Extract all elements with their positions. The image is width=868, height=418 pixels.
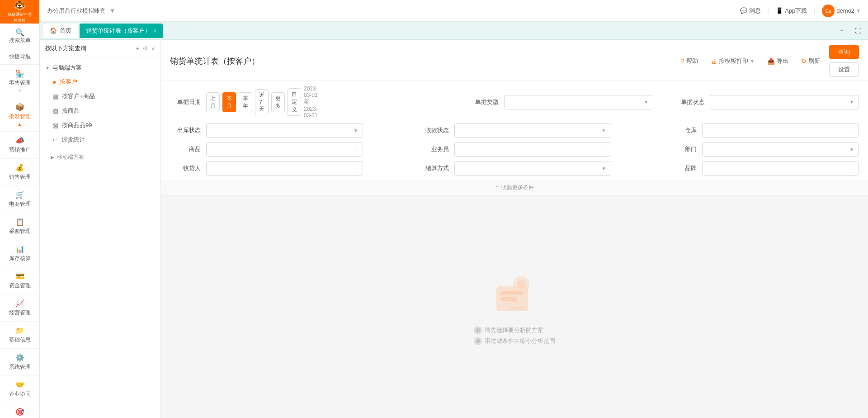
collapse-button[interactable]: ⌃ 收起更多条件 (495, 184, 534, 191)
header-dropdown-icon[interactable]: ▼ (109, 7, 115, 14)
dept-chevron-icon: ▼ (849, 147, 854, 152)
page-content: 按以下方案查询 + ⊙ « ▼ 电脑端方案 ● 按客户 ▦ 按客 (40, 40, 868, 418)
brand-dots: ··· (849, 165, 854, 172)
status-label: 单据状态 (674, 98, 704, 106)
warehouse-select[interactable]: ··· (702, 123, 859, 138)
sidebar-item-system[interactable]: ⚙️ 系统管理 (0, 349, 39, 376)
user-menu[interactable]: Ea demo2 ▼ (822, 5, 861, 17)
date-btn-custom[interactable]: 自定义 (288, 88, 301, 116)
brand-select[interactable]: ··· (702, 161, 859, 176)
tab-bar: 🏠 首页 销货单统计表（按客户） × － ⛶ (40, 22, 868, 40)
status-chevron-icon: ▼ (849, 100, 854, 104)
sidebar-item-sales[interactable]: 💰 销售管理 (0, 159, 39, 186)
hint-text-1: 请先选择要分析的方案 (485, 326, 543, 334)
out-status-label: 出库状态 (170, 126, 201, 134)
out-status-select[interactable]: ▼ (206, 123, 363, 138)
message-button[interactable]: 💬 消息 (740, 7, 761, 15)
main-area: 办公用品行业模拟账套 ▼ 💬 消息 📱 App下载 Ea demo2 ▼ (40, 0, 868, 418)
app-download-button[interactable]: 📱 App下载 (776, 7, 807, 15)
sidebar-item-inventory[interactable]: 📊 库存核算 (0, 240, 39, 267)
receiver-label: 收货人 (170, 164, 201, 172)
scheme-item-customer[interactable]: ● 按客户 (40, 75, 160, 89)
chevron-down-icon: ▼ (18, 88, 22, 93)
scheme-group-desktop: ▼ 电脑端方案 ● 按客户 ▦ 按客户+商品 ▩ 按商品 ▩ 按商品品99 (40, 57, 160, 151)
type-select[interactable]: ▼ (504, 95, 653, 109)
edit-scheme-button[interactable]: ⊙ (143, 45, 148, 52)
collapse-arrow-icon: ⌃ (495, 185, 500, 191)
date-btn-7days[interactable]: 近7天 (255, 89, 269, 115)
sidebar-item-finance[interactable]: 💳 资金管理 (0, 267, 39, 294)
tab-active-label: 销货单统计表（按客户） (86, 27, 151, 35)
scheme-item-return[interactable]: ↩ 退货统计 (40, 133, 160, 147)
scheme-item-goods99[interactable]: ▩ 按商品品99 (40, 118, 160, 133)
ecommerce-icon: 🛒 (15, 190, 24, 199)
tab-minimize-button[interactable]: － (835, 24, 848, 37)
warehouse-dots: ··· (849, 127, 854, 134)
settings-button[interactable]: 设置 (829, 62, 859, 77)
refresh-button[interactable]: ↻ 刷新 (797, 55, 824, 67)
help-button[interactable]: ? 帮助 (677, 55, 702, 67)
date-btn-more[interactable]: 更多 (271, 92, 285, 112)
sidebar-item-purchase[interactable]: 📋 采购管理 (0, 213, 39, 240)
date-filter: 上月 本月 本年 近7天 更多 自定义 2023-03-01 至 2023-03… (206, 86, 318, 119)
sidebar-label-marketing: 营销推广 (9, 146, 31, 154)
sidebar-label-inventory: 库存核算 (9, 255, 31, 262)
sidebar-item-newbie[interactable]: 🎯 新手引导 (0, 403, 39, 418)
tab-active[interactable]: 销货单统计表（按客户） × (80, 24, 163, 38)
goods-dots: ··· (353, 146, 358, 153)
hint-num-2: ② (474, 337, 482, 345)
sidebar-item-basic[interactable]: 📁 基础信息 (0, 322, 39, 349)
tab-expand-button[interactable]: ⛶ (852, 24, 864, 37)
goods-select[interactable]: ··· (206, 142, 363, 157)
tab-home[interactable]: 🏠 首页 (43, 24, 78, 38)
print-button[interactable]: 🖨 按模板打印 ▼ (707, 55, 758, 67)
scheme-item-goods[interactable]: ▩ 按商品 (40, 104, 160, 118)
query-button[interactable]: 查询 (829, 45, 859, 59)
sidebar-item-ecommerce[interactable]: 🛒 电商管理 (0, 186, 39, 213)
sidebar-search[interactable]: 🔍 搜索菜单 (0, 24, 39, 49)
scheme-group-desktop-header[interactable]: ▼ 电脑端方案 (40, 61, 160, 75)
empty-hint-1: ① 请先选择要分析的方案 (474, 326, 555, 334)
print-label: 按模板打印 (719, 57, 748, 65)
scheme-item-customer-goods[interactable]: ▦ 按客户+商品 (40, 89, 160, 104)
operation-icon: 📈 (15, 299, 24, 308)
sidebar-item-enterprise[interactable]: 🤝 企业协同 (0, 376, 39, 403)
sidebar-item-wholesale[interactable]: 📦 批发管理 ▲ (0, 98, 39, 132)
status-select[interactable]: ▼ (710, 95, 859, 109)
scheme-group-mobile-header[interactable]: ▶ 移动端方案 (40, 151, 160, 164)
scheme-label-goods99: 按商品品99 (62, 121, 92, 129)
pay-status-chevron-icon: ▼ (602, 128, 606, 133)
date-btn-this-month[interactable]: 本月 (222, 92, 236, 112)
refresh-icon: ↻ (801, 57, 807, 65)
receiver-select[interactable]: ··· (206, 161, 363, 176)
staff-label: 业务员 (418, 145, 449, 153)
collapse-panel-button[interactable]: « (151, 45, 155, 52)
sidebar-item-marketing[interactable]: 📣 营销推广 (0, 132, 39, 159)
dept-select[interactable]: ▼ (702, 142, 859, 157)
date-btn-last-month[interactable]: 上月 (206, 92, 220, 112)
filter-row-1: 单据日期 上月 本月 本年 近7天 更多 自定义 2023-03-01 至 20… (170, 86, 859, 119)
pay-status-select[interactable]: ▼ (454, 123, 611, 138)
empty-hints: ① 请先选择要分析的方案 ② 用过滤条件来缩小分析范围 (474, 326, 555, 345)
warehouse-label: 仓库 (666, 126, 697, 134)
quick-nav[interactable]: 快捷导航 (0, 49, 39, 65)
sidebar: 🐯 畅捷通好生意 标准版 🔍 搜索菜单 快捷导航 🏪 零售管理 ▼ 📦 批发管理… (0, 0, 40, 418)
sidebar-item-retail[interactable]: 🏪 零售管理 ▼ (0, 65, 39, 98)
right-panel: 销货单统计表（按客户） ? 帮助 🖨 按模板打印 ▼ 📤 导出 (161, 40, 868, 418)
goods-label: 商品 (170, 145, 201, 153)
app-logo[interactable]: 🐯 畅捷通好生意 标准版 (0, 0, 40, 24)
empty-state: ① 请先选择要分析的方案 ② 用过滤条件来缩小分析范围 (161, 195, 868, 418)
export-button[interactable]: 📤 导出 (764, 55, 792, 67)
date-btn-this-year[interactable]: 本年 (239, 92, 252, 112)
staff-select[interactable]: ··· (454, 142, 611, 157)
tab-close-button[interactable]: × (153, 28, 156, 34)
group-arrow-icon: ▼ (45, 66, 50, 71)
sidebar-item-operation[interactable]: 📈 经营管理 (0, 294, 39, 322)
sidebar-label-finance: 资金管理 (9, 282, 31, 290)
add-scheme-button[interactable]: + (136, 45, 139, 52)
filter-row-3: 商品 ··· 业务员 ··· 部门 ▼ (170, 142, 859, 157)
collapse-label: 收起更多条件 (501, 184, 534, 191)
header-right: 💬 消息 📱 App下载 Ea demo2 ▼ (740, 5, 861, 17)
scheme-label-customer-goods: 按客户+商品 (62, 92, 95, 100)
payment-select[interactable]: ▼ (454, 161, 611, 176)
